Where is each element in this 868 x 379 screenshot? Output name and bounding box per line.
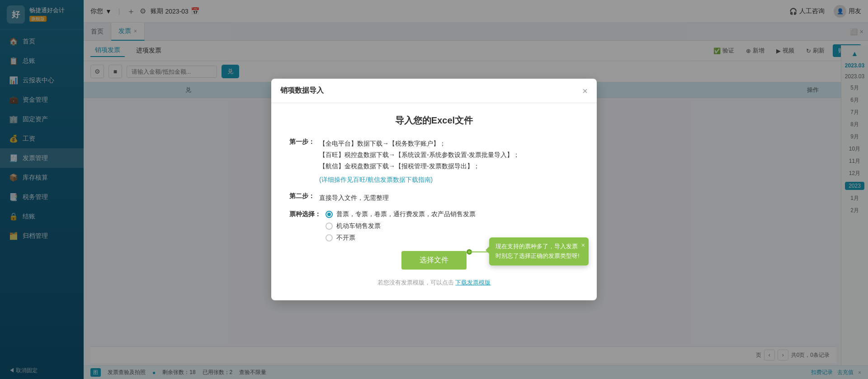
step1-row: 第一步： 【全电平台】数据下载→【税务数字账户】； 【百旺】税控盘数据下载→【系… xyxy=(289,138,579,185)
step1-guide-link[interactable]: (详细操作见百旺/航信发票数据下载指南) xyxy=(319,176,433,183)
radio-motor[interactable]: 机动车销售发票 xyxy=(326,222,476,230)
tooltip-close-button[interactable]: × xyxy=(581,240,585,250)
step1-line-2: 【百旺】税控盘数据下载→【系统设置-系统参数设置-发票批量导入】； xyxy=(319,149,519,161)
tooltip-bubble: × 现在支持的票种多了，导入发票时别忘了选择正确的发票类型呀! xyxy=(489,237,589,265)
radio-none-btn[interactable] xyxy=(326,234,333,242)
tooltip-line xyxy=(470,251,488,252)
tooltip-text: 现在支持的票种多了，导入发票时别忘了选择正确的发票类型呀! xyxy=(495,243,580,259)
step1-line-3: 【航信】金税盘数据下载→【报税管理-发票数据导出】； xyxy=(319,161,519,172)
step2-text: 直接导入文件，无需整理 xyxy=(319,194,389,201)
step2-row: 第二步： 直接导入文件，无需整理 xyxy=(289,192,579,204)
ticket-selection-row: 票种选择： 普票，专票，卷票，通行费发票，农产品销售发票 机动车销售发票 不开票 xyxy=(289,210,579,242)
download-hint-text: 若您没有发票模版，可以点击 xyxy=(377,279,454,286)
step2-content: 直接导入文件，无需整理 xyxy=(319,192,389,204)
radio-none-label: 不开票 xyxy=(336,234,355,242)
import-dialog: 销项数据导入 × 导入您的Excel文件 第一步： 【全电平台】数据下载→【税务… xyxy=(271,79,597,300)
dialog-main-title: 导入您的Excel文件 xyxy=(289,114,579,127)
download-hint: 若您没有发票模版，可以点击 下载发票模版 xyxy=(289,279,579,287)
dialog-body: 导入您的Excel文件 第一步： 【全电平台】数据下载→【税务数字账户】； 【百… xyxy=(271,103,597,300)
dialog-close-button[interactable]: × xyxy=(582,86,588,95)
dialog-title: 销项数据导入 xyxy=(280,86,324,95)
ticket-label: 票种选择： xyxy=(289,210,321,218)
radio-group: 普票，专票，卷票，通行费发票，农产品销售发票 机动车销售发票 不开票 xyxy=(326,210,476,242)
select-file-button[interactable]: 选择文件 xyxy=(401,251,467,270)
step1-line-1: 【全电平台】数据下载→【税务数字账户】； xyxy=(319,138,519,149)
step1-label: 第一步： xyxy=(289,138,315,146)
step2-label: 第二步： xyxy=(289,192,315,200)
step1-content: 【全电平台】数据下载→【税务数字账户】； 【百旺】税控盘数据下载→【系统设置-系… xyxy=(319,138,519,185)
radio-motor-label: 机动车销售发票 xyxy=(336,222,381,230)
radio-general[interactable]: 普票，专票，卷票，通行费发票，农产品销售发票 xyxy=(326,210,476,218)
download-template-link[interactable]: 下载发票模版 xyxy=(455,279,491,286)
dialog-header: 销项数据导入 × xyxy=(271,79,597,103)
radio-general-btn[interactable] xyxy=(326,211,333,218)
radio-general-label: 普票，专票，卷票，通行费发票，农产品销售发票 xyxy=(336,210,476,218)
radio-none[interactable]: 不开票 xyxy=(326,234,476,242)
radio-motor-btn[interactable] xyxy=(326,223,333,230)
